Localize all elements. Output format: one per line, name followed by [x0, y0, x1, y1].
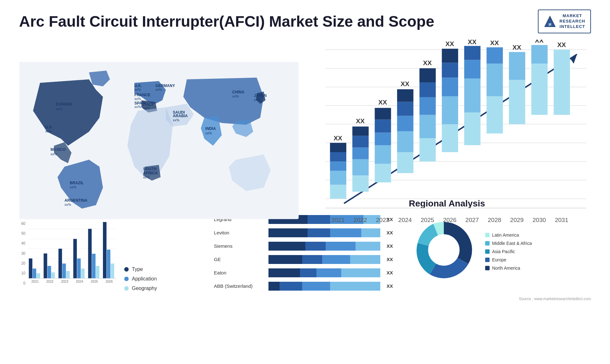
legend-north-america: North America	[485, 266, 532, 271]
svg-text:2021: 2021	[331, 217, 344, 223]
legend-type: Type	[124, 266, 157, 272]
north-america-label: North America	[492, 266, 520, 271]
svg-text:FRANCE: FRANCE	[134, 92, 150, 97]
svg-text:2024: 2024	[398, 217, 412, 223]
player-value-abb: XX	[387, 283, 396, 289]
segmentation-legend: Type Application Geography	[124, 266, 157, 291]
legend-type-label: Type	[132, 266, 143, 272]
svg-text:xx%: xx%	[232, 94, 239, 98]
svg-text:INDIA: INDIA	[205, 126, 216, 131]
bar-seg-1	[268, 268, 300, 277]
svg-rect-101	[509, 52, 525, 80]
svg-text:U.K.: U.K.	[134, 84, 142, 88]
svg-text:XX: XX	[356, 117, 365, 125]
svg-text:xx%: xx%	[173, 118, 180, 122]
svg-text:2027: 2027	[465, 217, 479, 223]
bar-seg-2	[300, 268, 317, 277]
svg-text:xx%: xx%	[134, 88, 141, 91]
svg-text:2025: 2025	[421, 217, 434, 223]
svg-text:2026: 2026	[443, 217, 456, 223]
player-bar-siemens	[268, 242, 380, 251]
svg-rect-71	[397, 102, 413, 116]
source-text: Source : www.marketresearchintellect.com	[0, 295, 610, 303]
svg-rect-129	[66, 271, 70, 278]
svg-text:xx%: xx%	[143, 106, 150, 110]
y-label-10: 10	[19, 271, 25, 275]
svg-rect-86	[442, 49, 458, 63]
player-value-ge: XX	[387, 257, 396, 262]
svg-rect-140	[107, 249, 110, 278]
svg-rect-119	[29, 258, 32, 278]
svg-rect-132	[77, 258, 81, 278]
svg-text:xx%: xx%	[51, 152, 57, 156]
svg-rect-128	[62, 263, 66, 278]
svg-text:XX: XX	[535, 40, 544, 44]
svg-rect-105	[531, 45, 547, 64]
player-value-eaton: XX	[387, 270, 396, 275]
bar-seg-1	[268, 255, 302, 264]
svg-text:2022: 2022	[46, 280, 54, 283]
svg-text:xx%: xx%	[134, 105, 141, 109]
asia-pacific-dot	[485, 249, 490, 254]
svg-rect-69	[397, 131, 413, 152]
svg-text:xx%: xx%	[134, 97, 141, 100]
svg-text:XX: XX	[557, 41, 566, 48]
svg-text:2029: 2029	[510, 217, 524, 223]
svg-text:xx%: xx%	[254, 98, 261, 102]
svg-text:2031: 2031	[555, 217, 568, 223]
svg-text:CHINA: CHINA	[232, 90, 245, 94]
svg-text:XX: XX	[445, 40, 454, 47]
y-label-0: 0	[19, 281, 25, 286]
svg-text:2023: 2023	[376, 217, 389, 223]
svg-rect-133	[81, 268, 85, 278]
svg-rect-90	[464, 78, 480, 112]
middle-east-label: Middle East & Africa	[492, 241, 532, 246]
svg-rect-131	[73, 239, 77, 278]
svg-text:2030: 2030	[532, 217, 546, 223]
svg-rect-92	[464, 46, 480, 60]
player-abb: ABB (Switzerland) XX	[214, 282, 396, 291]
svg-rect-79	[419, 68, 436, 82]
middle-east-dot	[485, 241, 490, 246]
bar-seg-2	[305, 242, 325, 251]
bar-seg-4	[356, 242, 380, 251]
svg-rect-55	[352, 159, 369, 175]
svg-text:2024: 2024	[76, 280, 83, 283]
growth-chart-section: XX 2021 XX 2022 XX 2023	[311, 40, 591, 241]
svg-rect-120	[33, 268, 36, 278]
europe-dot	[485, 258, 490, 262]
svg-text:xx%: xx%	[155, 88, 162, 91]
svg-text:2026: 2026	[105, 280, 113, 283]
svg-rect-62	[375, 145, 391, 164]
svg-rect-124	[47, 266, 51, 278]
svg-text:U.S.: U.S.	[45, 125, 53, 129]
legend-application-label: Application	[132, 276, 157, 282]
svg-rect-84	[442, 78, 458, 96]
svg-text:SOUTH: SOUTH	[143, 167, 157, 171]
svg-rect-127	[58, 249, 62, 278]
svg-text:XX: XX	[423, 59, 432, 66]
svg-rect-75	[419, 138, 436, 161]
svg-text:xx%: xx%	[70, 185, 77, 189]
legend-asia-pacific: Asia Pacific	[485, 249, 532, 254]
player-value-siemens: XX	[387, 243, 396, 249]
svg-rect-78	[419, 82, 436, 97]
svg-rect-121	[37, 273, 40, 278]
legend-geography-label: Geography	[132, 286, 157, 291]
svg-text:2023: 2023	[61, 280, 68, 283]
svg-rect-97	[486, 47, 503, 64]
y-label-40: 40	[19, 241, 25, 246]
svg-text:2025: 2025	[91, 280, 98, 283]
svg-rect-54	[352, 175, 369, 192]
svg-rect-48	[330, 171, 346, 185]
svg-rect-70	[397, 116, 413, 131]
svg-rect-65	[375, 108, 391, 119]
svg-rect-49	[330, 161, 346, 171]
svg-rect-83	[442, 96, 458, 124]
svg-rect-51	[330, 143, 346, 152]
svg-rect-141	[111, 263, 114, 278]
bar-seg-3	[322, 255, 350, 264]
logo-text: MARKET RESEARCH INTELLECT	[559, 13, 585, 30]
bar-seg-4	[330, 282, 380, 291]
svg-rect-95	[486, 96, 503, 133]
